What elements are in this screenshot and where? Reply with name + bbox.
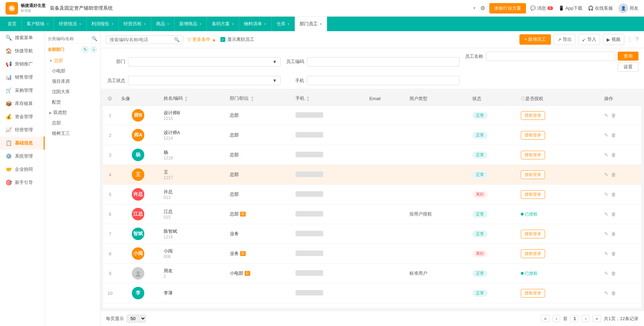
nav-home[interactable]: 首页 <box>3 17 22 31</box>
sidebar-item-finance[interactable]: 💰 资金管理 <box>0 110 45 123</box>
show-resigned-toggle[interactable]: ✓ 显示离职员工 <box>220 36 254 43</box>
auth-btn[interactable]: 授权登录 <box>521 151 545 159</box>
auth-btn[interactable]: 授权登录 <box>521 170 545 179</box>
nav-profit[interactable]: 利润报告× <box>87 17 119 31</box>
auth-btn[interactable]: 授权登录 <box>521 249 545 258</box>
sidebar-item-purchase[interactable]: 🛒 采购管理 <box>0 84 45 97</box>
dept-sort-icon[interactable]: ▲▼ <box>251 96 254 102</box>
edit-btn[interactable]: ✎ <box>604 211 608 217</box>
phone-sort-icon[interactable]: ▲▼ <box>307 96 309 102</box>
empname-filter-input[interactable] <box>486 52 615 61</box>
delete-btn[interactable]: 🗑 <box>611 172 616 177</box>
sidebar-item-shortcut[interactable]: 🏠 快捷导航 <box>0 44 45 58</box>
delete-btn[interactable]: 🗑 <box>611 152 616 158</box>
edit-btn[interactable]: ✎ <box>604 152 608 158</box>
cell-usertype <box>405 165 468 185</box>
auth-btn[interactable]: 授权登录 <box>521 289 545 298</box>
per-page-select[interactable]: 50 100 <box>127 315 146 323</box>
prev-page-btn[interactable]: ‹ <box>553 315 560 322</box>
sidebar-item-marketing[interactable]: 📢 营销推广 <box>0 58 45 71</box>
nav-customer[interactable]: 客户联络× <box>22 17 54 31</box>
edit-btn[interactable]: ✎ <box>604 290 608 296</box>
name-sort-icon[interactable]: ▲▼ <box>185 96 188 102</box>
search-input[interactable] <box>110 37 172 42</box>
nav-add-goods[interactable]: 新增商品× <box>174 17 207 31</box>
auth-btn[interactable]: 授权登录 <box>521 111 545 120</box>
nav-goods[interactable]: 商品× <box>151 17 174 31</box>
online-service-btn[interactable]: 🎧 在线客服 <box>588 5 613 11</box>
edit-btn[interactable]: ✎ <box>604 271 608 276</box>
delete-btn[interactable]: 🗑 <box>611 113 616 118</box>
more-options-icon[interactable]: ⋮ <box>627 36 633 43</box>
sidebar-item-guide[interactable]: 🎯 新手引导 <box>0 176 45 189</box>
sidebar-item-collab[interactable]: 🤝 企业协同 <box>0 163 45 176</box>
app-download-btn[interactable]: 📱 App下载 <box>559 5 582 11</box>
sidebar-item-search[interactable]: 🔍 搜索菜单 <box>0 31 45 44</box>
add-employee-btn[interactable]: + 新增员工 <box>519 34 551 45</box>
nav-warehouse[interactable]: 仓库× <box>272 17 295 31</box>
cell-name: 江总 015 <box>160 204 226 224</box>
dept-item-shuangluxiang[interactable]: ▶ 双虑想 <box>45 107 100 118</box>
system-title-dropdown[interactable]: ▼ <box>473 6 476 10</box>
empcode-filter-input[interactable] <box>307 57 460 67</box>
nav-history[interactable]: 经营历程× <box>119 17 151 31</box>
dept-item-zhishu[interactable]: 植树王三 <box>45 128 100 139</box>
help-icon[interactable]: ? <box>635 36 638 43</box>
all-dept-label[interactable]: 全部部门 <box>48 47 64 53</box>
edit-btn[interactable]: ✎ <box>604 172 608 177</box>
dept-item-shenyang[interactable]: 沈阳大库 <box>45 87 100 97</box>
edit-btn[interactable]: ✎ <box>604 231 608 237</box>
sidebar-item-ops[interactable]: 📈 经营管理 <box>0 123 45 136</box>
sidebar-item-inventory[interactable]: 📦 库存核算 <box>0 97 45 110</box>
delete-btn[interactable]: 🗑 <box>611 132 616 138</box>
auth-btn[interactable]: 授权登录 <box>521 230 545 238</box>
first-page-btn[interactable]: « <box>541 315 550 322</box>
edit-btn[interactable]: ✎ <box>604 132 608 138</box>
dept-search-input[interactable] <box>48 36 92 41</box>
nav-dept-staff[interactable]: 部门员工× <box>295 17 327 31</box>
delete-btn[interactable]: 🗑 <box>611 271 616 276</box>
settings-icon[interactable]: ⚙ <box>480 5 485 11</box>
sidebar-item-system[interactable]: ⚙️ 系统管理 <box>0 150 45 163</box>
dept-item-xiaodian[interactable]: 小电部 <box>45 66 100 76</box>
table-settings-icon[interactable]: ⚙ <box>107 96 112 102</box>
delete-btn[interactable]: 🗑 <box>611 192 616 197</box>
sidebar-item-basic[interactable]: 📋 基础信息 <box>0 136 45 150</box>
more-filters-btn[interactable]: ▽ 更多条件 ▲ <box>188 36 216 43</box>
edit-btn[interactable]: ✎ <box>604 251 608 256</box>
status-filter-select[interactable]: ▼ <box>128 76 281 85</box>
auth-btn[interactable]: 授权登录 <box>521 131 545 140</box>
auth-btn[interactable]: 授权登录 <box>521 190 545 199</box>
phone-filter-input[interactable] <box>307 76 460 85</box>
nav-bom[interactable]: 物料清单× <box>239 17 271 31</box>
dept-item-zonbu2[interactable]: 总部 <box>45 118 100 128</box>
query-btn[interactable]: 查询 <box>618 52 638 61</box>
export-btn[interactable]: ↗ 导出 <box>554 34 575 45</box>
view-btn[interactable]: ▶ 视频 <box>603 34 624 45</box>
phone-blurred <box>296 152 323 157</box>
trial-btn[interactable]: 体验行业方案 <box>489 3 526 14</box>
edit-btn[interactable]: ✎ <box>604 113 608 118</box>
dept-edit-btn[interactable]: ✎ <box>81 46 89 53</box>
cell-email <box>365 165 405 185</box>
delete-btn[interactable]: 🗑 <box>611 211 616 217</box>
table-row: 4 王 王 1217 总部 正常 授权登录 ✎ 🗑 <box>103 165 641 185</box>
last-page-btn[interactable]: » <box>592 315 601 322</box>
user-btn[interactable]: 👤 用友 <box>618 3 638 13</box>
import-btn[interactable]: ↙ 导入 <box>578 34 600 45</box>
delete-btn[interactable]: 🗑 <box>611 231 616 237</box>
nav-barcode[interactable]: 条码方案× <box>207 17 239 31</box>
dept-filter-select[interactable]: ▼ <box>128 57 281 67</box>
dept-collapse-btn[interactable]: « <box>90 46 97 53</box>
dept-item-peihuo[interactable]: 配货 <box>45 97 100 107</box>
dept-item-zonbu-parent[interactable]: ▼ 总部 <box>45 55 100 66</box>
sidebar-item-sales[interactable]: 📊 销售管理 <box>0 71 45 84</box>
nav-ops[interactable]: 经营情况× <box>54 17 86 31</box>
message-btn[interactable]: 💬 消息 6 <box>530 5 553 11</box>
edit-btn[interactable]: ✎ <box>604 192 608 197</box>
dept-item-project[interactable]: 项目库房 <box>45 76 100 87</box>
delete-btn[interactable]: 🗑 <box>611 290 616 296</box>
next-page-btn[interactable]: › <box>582 315 589 322</box>
delete-btn[interactable]: 🗑 <box>611 251 616 256</box>
set-btn[interactable]: 设置 <box>618 62 638 72</box>
